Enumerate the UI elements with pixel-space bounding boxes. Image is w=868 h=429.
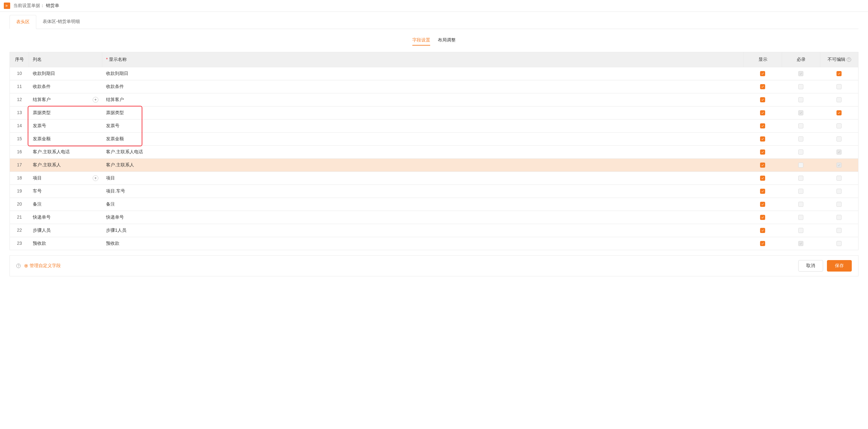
col-header-display: *显示名称: [102, 52, 744, 67]
checkbox: [798, 163, 803, 168]
row-seq: 16: [10, 146, 29, 159]
row-name: 收款到期日: [29, 67, 102, 80]
field-table: 序号 列名 *显示名称 显示 必录 不可编辑 ? 10收款到期日收款到期日11收…: [9, 52, 859, 250]
checkbox[interactable]: [760, 97, 765, 102]
row-name: 收款条件: [29, 80, 102, 93]
checkbox: [798, 215, 803, 220]
subtab-0[interactable]: 字段设置: [412, 35, 430, 46]
checkbox[interactable]: [760, 110, 765, 115]
checkbox: [798, 149, 803, 154]
add-field-button[interactable]: +: [93, 175, 98, 181]
checkbox: [798, 123, 803, 128]
row-required-cell: [782, 211, 820, 224]
row-display-name[interactable]: 收款条件: [102, 80, 744, 93]
row-display-name[interactable]: 客户.主联系人电话: [102, 146, 744, 159]
row-show-cell: [744, 146, 782, 159]
row-required-cell: [782, 119, 820, 132]
add-field-button[interactable]: +: [93, 97, 98, 103]
checkbox[interactable]: [760, 189, 765, 194]
cancel-button[interactable]: 取消: [798, 260, 823, 271]
tab-1[interactable]: 表体区-销货单明细: [36, 15, 86, 29]
row-readonly-cell: [820, 146, 858, 159]
row-display-name[interactable]: 票据类型: [102, 107, 744, 119]
col-header-readonly: 不可编辑 ?: [820, 52, 858, 67]
row-name: 备注: [29, 198, 102, 211]
row-readonly-cell: [820, 107, 858, 119]
table-row: 11收款条件收款条件: [9, 80, 859, 93]
row-required-cell: [782, 107, 820, 119]
checkbox[interactable]: [760, 149, 765, 154]
row-required-cell: [782, 133, 820, 145]
checkbox: [836, 228, 842, 233]
row-display-name[interactable]: 结算客户: [102, 93, 744, 106]
table-row: 23预收款预收款: [9, 237, 859, 250]
help-icon[interactable]: ?: [847, 57, 851, 62]
footer-help-icon[interactable]: ?: [16, 264, 21, 268]
row-seq: 21: [10, 211, 29, 224]
row-display-name[interactable]: 项目.车号: [102, 185, 744, 198]
checkbox: [836, 202, 842, 207]
row-required-cell: [782, 80, 820, 93]
required-star: *: [106, 57, 107, 62]
row-name: 客户.主联系人电话: [29, 146, 102, 159]
table-row: 18项目+项目: [9, 172, 859, 185]
checkbox[interactable]: [760, 215, 765, 220]
row-display-name[interactable]: 项目: [102, 172, 744, 184]
checkbox[interactable]: [760, 71, 765, 76]
row-seq: 10: [10, 67, 29, 80]
checkbox: [798, 176, 803, 181]
checkbox[interactable]: [760, 136, 765, 142]
row-display-name[interactable]: 收款到期日: [102, 67, 744, 80]
checkbox[interactable]: [760, 176, 765, 181]
checkbox[interactable]: [836, 110, 842, 115]
checkbox: [798, 110, 803, 115]
collapse-button[interactable]: [4, 3, 10, 9]
header-bar: 当前设置单据： 销货单: [0, 0, 868, 12]
checkbox[interactable]: [760, 163, 765, 168]
table-row: 22步骤人员步骤1人员: [9, 224, 859, 237]
checkbox[interactable]: [760, 241, 765, 246]
row-seq: 22: [10, 224, 29, 237]
row-required-cell: [782, 185, 820, 198]
row-seq: 20: [10, 198, 29, 211]
row-show-cell: [744, 185, 782, 198]
row-show-cell: [744, 224, 782, 237]
row-name: 发票金额: [29, 133, 102, 145]
checkbox: [798, 189, 803, 194]
checkbox: [836, 84, 842, 89]
manage-custom-fields-link[interactable]: 管理自定义字段: [24, 263, 61, 269]
checkbox: [836, 215, 842, 220]
row-show-cell: [744, 133, 782, 145]
row-display-name[interactable]: 客户.主联系人: [102, 159, 744, 171]
checkbox[interactable]: [836, 71, 842, 76]
row-name: 步骤人员: [29, 224, 102, 237]
table-row: 10收款到期日收款到期日: [9, 67, 859, 80]
checkbox[interactable]: [760, 228, 765, 233]
subtab-1[interactable]: 布局调整: [438, 35, 456, 46]
row-readonly-cell: [820, 133, 858, 145]
row-display-name[interactable]: 发票号: [102, 119, 744, 132]
header-label: 当前设置单据：: [13, 3, 44, 9]
row-display-name[interactable]: 备注: [102, 198, 744, 211]
row-name: 票据类型: [29, 107, 102, 119]
checkbox: [798, 84, 803, 89]
checkbox[interactable]: [760, 84, 765, 89]
sub-tabs: 字段设置布局调整: [9, 35, 859, 46]
row-display-name[interactable]: 发票金额: [102, 133, 744, 145]
row-seq: 17: [10, 159, 29, 171]
row-display-name[interactable]: 预收款: [102, 237, 744, 250]
checkbox: [836, 189, 842, 194]
checkbox[interactable]: [760, 202, 765, 207]
col-header-seq: 序号: [10, 52, 29, 67]
row-required-cell: [782, 172, 820, 184]
row-readonly-cell: [820, 224, 858, 237]
row-readonly-cell: [820, 237, 858, 250]
row-readonly-cell: [820, 93, 858, 106]
row-name: 项目+: [29, 172, 102, 184]
row-display-name[interactable]: 快递单号: [102, 211, 744, 224]
save-button[interactable]: 保存: [827, 260, 852, 271]
tab-0[interactable]: 表头区: [9, 15, 36, 29]
row-display-name[interactable]: 步骤1人员: [102, 224, 744, 237]
table-header: 序号 列名 *显示名称 显示 必录 不可编辑 ?: [9, 52, 859, 67]
checkbox[interactable]: [760, 123, 765, 128]
